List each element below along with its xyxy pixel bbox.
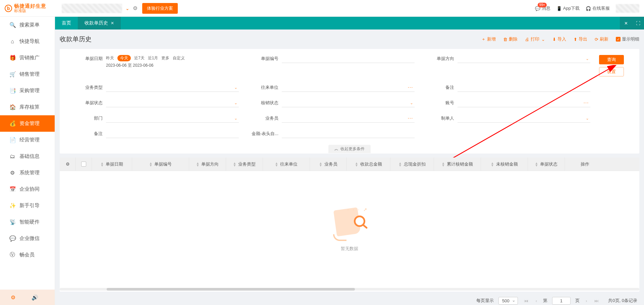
support-button[interactable]: 🎧 在线客服 — [586, 5, 610, 11]
col-label: 业务员 — [324, 161, 337, 167]
messages-button[interactable]: 💬 消息 99+ — [535, 5, 550, 11]
tab-close-all-icon[interactable]: ✕ — [620, 17, 632, 29]
maker-select[interactable]: ⌄ — [458, 115, 590, 123]
phone-icon: 📱 — [556, 6, 562, 11]
amount-head-input[interactable] — [282, 130, 415, 138]
sidebar-item-8[interactable]: 🗂基础信息 — [0, 148, 55, 165]
action-import[interactable]: ⬇导入 — [552, 36, 566, 42]
chevron-down-icon: ⌄ — [586, 116, 589, 121]
collapse-conditions-button[interactable]: ︽ 收起更多条件 — [328, 145, 371, 153]
pager-page-input[interactable]: 1 — [552, 297, 571, 305]
search-button[interactable]: 查询 — [599, 55, 624, 64]
verify-state-select[interactable]: ⌄ — [282, 99, 415, 107]
remark1-input[interactable] — [458, 84, 590, 92]
sidebar-item-11[interactable]: ✨新手引导 — [0, 197, 55, 214]
col-1[interactable]: ▲▼单据编号 — [132, 158, 189, 171]
chevron-down-icon: ⌄ — [410, 101, 413, 105]
date-quick-1[interactable]: 今天 — [117, 55, 131, 61]
operator-picker[interactable]: ⋯ — [282, 115, 415, 123]
user-avatar-blurred[interactable] — [616, 4, 639, 13]
horizontal-scrollbar[interactable] — [60, 287, 639, 292]
col-4[interactable]: ▲▼往来单位 — [263, 158, 310, 171]
sidebar-item-14[interactable]: Ⓥ畅会员 — [0, 247, 55, 263]
select-all-checkbox[interactable] — [76, 158, 92, 171]
sidebar-item-label: 新手引导 — [19, 202, 40, 209]
filter-setting-button[interactable]: 设置 — [599, 67, 624, 76]
action-new[interactable]: ＋新增 — [481, 36, 496, 42]
date-quick-2[interactable]: 近7天 — [134, 55, 145, 61]
col-5[interactable]: ▲▼业务员 — [310, 158, 347, 171]
col-7[interactable]: ▲▼总现金折扣 — [390, 158, 434, 171]
trial-plan-button[interactable]: 体验行业方案 — [142, 3, 178, 14]
action-export[interactable]: ⬆导出 — [574, 36, 587, 42]
sidebar: 🔍搜索菜单⌂快捷导航🎁营销推广🛒销售管理📑采购管理🏠库存核算💰资金管理📄经营管理… — [0, 17, 55, 305]
double-chevron-up-icon: ︽ — [334, 146, 338, 152]
pager-last-icon[interactable]: ⏭ — [593, 298, 600, 303]
col-3[interactable]: ▲▼业务类型 — [226, 158, 263, 171]
sidebar-item-10[interactable]: 📅企业协同 — [0, 181, 55, 197]
date-quick-3[interactable]: 近1月 — [148, 55, 158, 61]
sidebar-item-1[interactable]: ⌂快捷导航 — [0, 33, 55, 50]
table-header: ⚙ ▲▼单据日期▲▼单据编号▲▼单据方向▲▼业务类型▲▼往来单位▲▼业务员▲▼收… — [60, 158, 639, 171]
col-0[interactable]: ▲▼单据日期 — [92, 158, 132, 171]
col-label: 收款总金额 — [360, 161, 382, 167]
action-print[interactable]: 🖨打印⌄ — [525, 36, 545, 42]
per-page-select[interactable]: 500 — [498, 297, 518, 305]
checkbox-icon — [81, 162, 86, 167]
sidebar-settings-gear-icon[interactable]: ⚙ — [11, 294, 15, 301]
tab-0[interactable]: 首页 — [55, 17, 78, 29]
org-selector-blurred[interactable] — [62, 4, 122, 13]
app-download-label: App下载 — [563, 5, 580, 11]
doc-no-input[interactable] — [282, 55, 415, 63]
action-delete[interactable]: 🗑删除 — [503, 36, 518, 42]
sidebar-collapse-icon[interactable]: 🔊 — [32, 294, 38, 301]
pager: 每页显示 500 ⏮ ‹ 第 1 页 › ⏭ 共0页, 0条记录 — [60, 295, 639, 305]
sidebar-item-icon: 📡 — [9, 219, 15, 225]
sidebar-item-0[interactable]: 🔍搜索菜单 — [0, 17, 55, 33]
sidebar-item-3[interactable]: 🛒销售管理 — [0, 66, 55, 82]
sidebar-item-2[interactable]: 🎁营销推广 — [0, 50, 55, 66]
col-11[interactable]: 操作 — [565, 158, 605, 171]
col-10[interactable]: ▲▼单据状态 — [528, 158, 565, 171]
org-chevron-down-icon[interactable]: ⌄ — [125, 6, 129, 11]
account-picker[interactable]: ⋯ — [458, 99, 590, 107]
biz-type-select[interactable]: ⌄ — [106, 84, 239, 92]
pager-prev-icon[interactable]: ‹ — [534, 298, 538, 303]
field-operator: 业务员 ⋯ — [239, 115, 415, 123]
sidebar-item-5[interactable]: 🏠库存核算 — [0, 99, 55, 115]
doc-state-select[interactable]: ⌄ — [106, 99, 239, 107]
pager-first-icon[interactable]: ⏮ — [523, 298, 530, 303]
tab-1[interactable]: 收款单历史✕ — [78, 17, 121, 29]
sidebar-item-9[interactable]: ⚙系统管理 — [0, 165, 55, 181]
col-label: 累计核销金额 — [447, 161, 473, 167]
action-show-detail[interactable]: ✓显示明细 — [616, 36, 639, 42]
col-6[interactable]: ▲▼收款总金额 — [347, 158, 390, 171]
date-quick-4[interactable]: 更多 — [161, 55, 169, 61]
tab-label: 首页 — [62, 20, 71, 26]
sidebar-item-6[interactable]: 💰资金管理 — [0, 115, 55, 132]
sidebar-item-7[interactable]: 📄经营管理 — [0, 132, 55, 148]
pager-next-icon[interactable]: › — [584, 298, 588, 303]
date-quick-5[interactable]: 自定义 — [173, 55, 185, 61]
partner-picker[interactable]: ⋯ — [282, 84, 415, 92]
remark2-input[interactable] — [106, 130, 239, 138]
tab-fullscreen-icon[interactable]: ⛶ — [632, 17, 644, 29]
org-settings-gear-icon[interactable]: ⚙ — [133, 5, 138, 11]
col-9[interactable]: ▲▼未核销金额 — [481, 158, 528, 171]
action-refresh[interactable]: ⟳刷新 — [595, 36, 608, 42]
dept-select[interactable]: ⌄ — [106, 115, 239, 123]
sidebar-item-label: 经营管理 — [19, 137, 40, 143]
column-settings-button[interactable]: ⚙ — [60, 158, 76, 171]
col-2[interactable]: ▲▼单据方向 — [189, 158, 226, 171]
pager-suffix: 页 — [575, 298, 580, 304]
doc-dir-select[interactable]: ⌄ — [458, 55, 590, 63]
table-body-empty: · · · ➚ 暂无数据 — [60, 171, 639, 287]
date-quick-0[interactable]: 昨天 — [106, 55, 114, 61]
sidebar-item-12[interactable]: 📡智能硬件 — [0, 214, 55, 230]
app-download-button[interactable]: 📱 App下载 — [556, 5, 580, 11]
field-biz-type: 业务类型 ⌄ — [63, 84, 239, 92]
sidebar-item-13[interactable]: 💬企业微信 — [0, 230, 55, 247]
tab-close-icon[interactable]: ✕ — [111, 21, 114, 25]
col-8[interactable]: ▲▼累计核销金额 — [434, 158, 481, 171]
sidebar-item-4[interactable]: 📑采购管理 — [0, 82, 55, 99]
